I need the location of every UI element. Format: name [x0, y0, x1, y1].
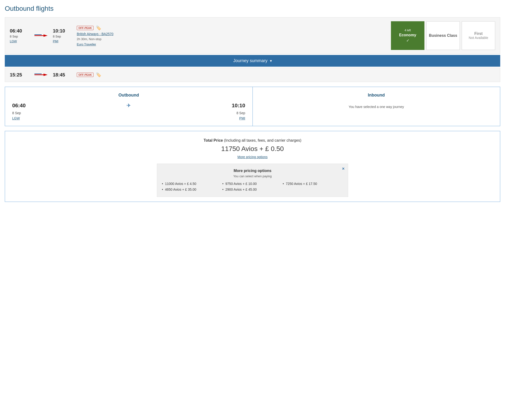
economy-label: Economy [399, 33, 416, 37]
pricing-option-5[interactable]: 2900 Avios + £ 45.00 [222, 187, 283, 192]
journey-panels: Outbound 06:40 ✈ 10:10 8 Sep 8 Sep LGW P… [5, 87, 500, 126]
total-price-section: Total Price (Including all taxes, fees, … [5, 131, 500, 202]
journey-summary-label: Journey summary [233, 58, 267, 63]
more-pricing-box: × More pricing options You can select wh… [157, 164, 348, 197]
outbound-arrive-time: 10:10 [232, 103, 245, 109]
economy-cabin-box[interactable]: 4 left Economy ✓ [391, 21, 424, 50]
discount-icon: 🏷️ [96, 25, 101, 31]
discount-icon-2: 🏷️ [96, 72, 101, 77]
flight-details: OFF-PEAK 🏷️ British Airways - BA2570 2h … [77, 25, 386, 46]
outbound-depart-airport[interactable]: LGW [12, 116, 20, 120]
flight-details-2: OFF-PEAK 🏷️ [77, 72, 495, 77]
arrive-time: 10:10 [53, 28, 72, 34]
outbound-times: 06:40 ✈ 10:10 [12, 103, 245, 109]
outbound-dates: 8 Sep 8 Sep [12, 111, 245, 115]
flight-card-1: 06:40 8 Sep LGW 10:10 8 Sep PMI OFF-PEAK… [5, 17, 500, 54]
first-sublabel: Not Available [469, 36, 488, 40]
arrive-airport[interactable]: PMI [53, 39, 72, 43]
airline-logo-2 [34, 72, 48, 77]
flight-badges: OFF-PEAK 🏷️ [77, 25, 386, 31]
outbound-panel: Outbound 06:40 ✈ 10:10 8 Sep 8 Sep LGW P… [5, 87, 253, 126]
depart-info-2: 15:25 [10, 72, 29, 78]
arrive-time-2: 18:45 [53, 72, 72, 78]
airline-logo [34, 33, 48, 38]
outbound-depart-date: 8 Sep [12, 111, 21, 115]
pricing-option-1[interactable]: 11000 Avios + £ 4.50 [162, 181, 222, 186]
arrive-info: 10:10 8 Sep PMI [53, 28, 72, 43]
cabin-options: 4 left Economy ✓ Business Class First No… [391, 21, 495, 50]
arrive-info-2: 18:45 [53, 72, 72, 78]
offpeak-badge-2: OFF-PEAK [77, 73, 94, 77]
pricing-option-2[interactable]: 9750 Avios + £ 10.00 [222, 181, 283, 186]
total-price-bold: Total Price [204, 138, 223, 142]
more-pricing-heading: More pricing options [162, 169, 343, 173]
first-cabin-box: First Not Available [462, 21, 495, 50]
economy-checkmark: ✓ [406, 38, 409, 43]
svg-marker-4 [44, 74, 48, 76]
cabin-link[interactable]: Euro Traveller [77, 42, 386, 46]
page-title: Outbound flights [5, 5, 500, 12]
svg-marker-1 [44, 34, 48, 37]
plane-icon: ✈ [126, 103, 131, 109]
chevron-down-icon: ▾ [270, 59, 272, 63]
depart-time: 06:40 [10, 28, 29, 34]
inbound-message: You have selected a one way journey [260, 105, 493, 109]
total-price-value: 11750 Avios + £ 0.50 [10, 145, 495, 153]
arrive-date: 8 Sep [53, 35, 72, 38]
inbound-heading: Inbound [260, 93, 493, 98]
flight-duration: 2h 30m, Non-stop [77, 37, 386, 41]
pricing-option-3[interactable]: 7250 Avios + £ 17.50 [283, 181, 343, 186]
airline-name[interactable]: British Airways - BA2570 [77, 32, 386, 36]
outbound-heading: Outbound [12, 93, 245, 98]
total-price-rest: (Including all taxes, fees, and carrier … [223, 138, 301, 142]
first-label: First [474, 31, 483, 36]
outbound-depart-time: 06:40 [12, 103, 25, 109]
economy-seats-left: 4 left [404, 29, 411, 32]
business-cabin-box[interactable]: Business Class [426, 21, 460, 50]
offpeak-badge: OFF-PEAK [77, 26, 94, 30]
total-price-label: Total Price (Including all taxes, fees, … [10, 138, 495, 143]
depart-date: 8 Sep [10, 35, 29, 38]
more-pricing-link[interactable]: More pricing options [10, 155, 495, 159]
journey-summary-bar[interactable]: Journey summary ▾ [5, 55, 500, 67]
outbound-arrive-airport[interactable]: PMI [239, 116, 245, 120]
inbound-panel: Inbound You have selected a one way jour… [253, 87, 500, 126]
outbound-arrive-date: 8 Sep [236, 111, 245, 115]
pricing-option-4[interactable]: 4650 Avios + £ 35.00 [162, 187, 222, 192]
close-button[interactable]: × [342, 166, 345, 171]
depart-time-2: 15:25 [10, 72, 29, 78]
depart-airport[interactable]: LGW [10, 39, 29, 43]
business-label: Business Class [429, 33, 457, 38]
flight-card-2: 15:25 18:45 OFF-PEAK 🏷️ [5, 68, 500, 82]
more-pricing-subtitle: You can select when paying [162, 174, 343, 178]
pricing-grid: 11000 Avios + £ 4.50 9750 Avios + £ 10.0… [162, 181, 343, 192]
outbound-airports: LGW PMI [12, 116, 245, 120]
depart-info: 06:40 8 Sep LGW [10, 28, 29, 43]
